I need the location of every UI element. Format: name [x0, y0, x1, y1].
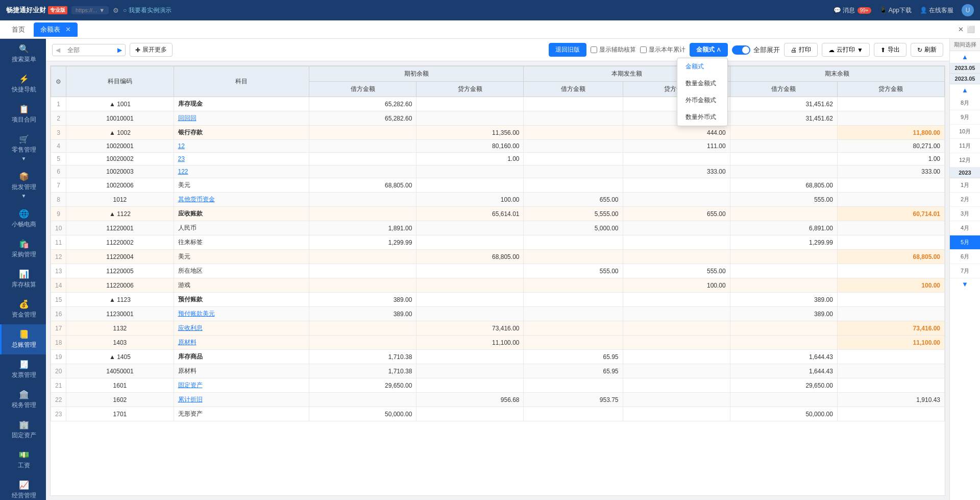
- tab-close-icon[interactable]: ✕: [65, 26, 71, 33]
- period-4[interactable]: 4月: [950, 221, 980, 235]
- payroll-icon: 💵: [19, 450, 29, 460]
- table-cell-code: 1012: [66, 193, 174, 207]
- col-gear-icon[interactable]: ⚙: [56, 78, 61, 85]
- amount-mode-btn[interactable]: 金额式 ∧: [690, 43, 728, 57]
- table-row: 21: [51, 378, 66, 393]
- table-cell-closing_credit: 1,910.43: [837, 393, 944, 407]
- sidebar-item-wholesale[interactable]: 📦 批发管理 ▼: [0, 166, 46, 204]
- sidebar-item-retail[interactable]: 🛒 零售管理 ▼: [0, 129, 46, 166]
- refresh-btn[interactable]: ↻ 刷新: [911, 43, 943, 57]
- period-nav-down[interactable]: ▼: [950, 278, 980, 290]
- show-assist-checkbox[interactable]: 显示辅助核算: [591, 45, 636, 54]
- table-cell-subject[interactable]: 122: [174, 165, 309, 178]
- period-nav-up2[interactable]: ▲: [950, 84, 980, 96]
- back-old-version-btn[interactable]: 退回旧版: [549, 43, 586, 57]
- table-cell-period_credit: [623, 293, 730, 307]
- sidebar-item-tax[interactable]: 🏛️ 税务管理: [0, 385, 46, 415]
- demo-link[interactable]: ○ 我要看实例演示: [123, 6, 172, 15]
- amount-mode-item-foreign-amount[interactable]: 外币金额式: [677, 92, 727, 109]
- period-3[interactable]: 3月: [950, 207, 980, 221]
- table-cell-subject[interactable]: 固定资产: [174, 378, 309, 393]
- tab-balance[interactable]: 余额表 ✕: [34, 22, 78, 37]
- user-avatar[interactable]: U: [962, 4, 974, 16]
- search-box: ◀ ▶: [52, 44, 126, 56]
- table-cell-opening_debit: 1,710.38: [309, 364, 416, 378]
- sidebar-item-fixed-assets[interactable]: 🏢 固定资产: [0, 415, 46, 445]
- print-btn[interactable]: 🖨 打印: [784, 43, 818, 57]
- table-cell-opening_debit: [309, 126, 416, 140]
- table-cell-closing_debit: [730, 207, 837, 221]
- amount-mode-item-qty-foreign[interactable]: 数量外币式: [677, 109, 727, 126]
- table-cell-closing_debit: 31,451.62: [730, 111, 837, 126]
- sidebar-item-operations[interactable]: 📈 经营管理: [0, 475, 46, 500]
- table-cell-closing_debit: 50,000.00: [730, 407, 837, 421]
- sidebar-item-project[interactable]: 📋 项目合同: [0, 99, 46, 129]
- table-cell-period_debit: [524, 165, 623, 178]
- table-cell-period_credit: [623, 307, 730, 321]
- period-nav-up[interactable]: ▲: [950, 51, 980, 63]
- table-cell-opening_credit: [416, 278, 524, 293]
- table-cell-subject: 所在地区: [174, 264, 309, 278]
- tab-home[interactable]: 首页: [5, 22, 32, 37]
- search-right-arrow-icon[interactable]: ▶: [114, 44, 125, 56]
- online-service[interactable]: 👤 在线客服: [920, 6, 953, 15]
- sidebar-item-payroll[interactable]: 💵 工资: [0, 445, 46, 475]
- messages[interactable]: 💬 消息 99+: [834, 6, 871, 15]
- period-10[interactable]: 10月: [950, 125, 980, 139]
- period-5[interactable]: 5月: [950, 235, 980, 250]
- table-cell-subject[interactable]: 预付账款美元: [174, 307, 309, 321]
- table-cell-opening_credit: [416, 111, 524, 126]
- expand-more-btn[interactable]: ✚ 展开更多: [130, 43, 173, 57]
- sidebar-item-finance[interactable]: 💰 资金管理: [0, 294, 46, 324]
- table-cell-subject: 库存现金: [174, 97, 309, 111]
- close-window-icon[interactable]: ✕: [958, 26, 964, 33]
- table-cell-closing_debit: 29,650.00: [730, 378, 837, 393]
- url-bar[interactable]: https://... ▼: [71, 6, 109, 14]
- export-btn[interactable]: ⬆ 导出: [874, 43, 906, 57]
- table-cell-opening_debit: 389.00: [309, 293, 416, 307]
- amount-mode-item-amount[interactable]: 金额式: [677, 58, 727, 75]
- table-row: 17: [51, 321, 66, 336]
- table-cell-opening_debit: [309, 140, 416, 153]
- table-cell-opening_debit: 1,710.38: [309, 350, 416, 364]
- table-cell-closing_debit: [730, 140, 837, 153]
- table-cell-opening_debit: [309, 264, 416, 278]
- table-cell-closing_debit: 555.00: [730, 193, 837, 207]
- sidebar-item-purchase[interactable]: 🛍️ 采购管理: [0, 234, 46, 264]
- period-1[interactable]: 1月: [950, 178, 980, 193]
- sidebar-item-ecommerce[interactable]: 🌐 小畅电商: [0, 204, 46, 234]
- period-11[interactable]: 11月: [950, 139, 980, 153]
- period-2[interactable]: 2月: [950, 193, 980, 207]
- settings-icon[interactable]: ⚙: [113, 7, 119, 14]
- table-cell-subject[interactable]: 其他货币资金: [174, 193, 309, 207]
- table-cell-code: ▲ 1002: [66, 126, 174, 140]
- sidebar-item-ledger[interactable]: 📒 总账管理: [0, 324, 46, 354]
- sidebar-item-invoice[interactable]: 🧾 发票管理: [0, 354, 46, 385]
- table-cell-subject[interactable]: 应收利息: [174, 321, 309, 336]
- table-cell-subject[interactable]: 12: [174, 140, 309, 153]
- period-7[interactable]: 7月: [950, 264, 980, 278]
- search-left-arrow-icon[interactable]: ◀: [53, 44, 63, 56]
- sidebar-item-inventory[interactable]: 📊 库存核算: [0, 264, 46, 294]
- table-cell-subject[interactable]: 回回回: [174, 111, 309, 126]
- toggle-switch[interactable]: [732, 45, 750, 55]
- app-download[interactable]: 📱 App下载: [879, 6, 912, 15]
- search-input[interactable]: [63, 44, 114, 56]
- table-cell-period_credit: [623, 321, 730, 336]
- cloud-print-btn[interactable]: ☁ 云打印 ▼: [822, 43, 870, 57]
- sidebar-item-search[interactable]: 🔍 搜索菜单: [0, 39, 46, 69]
- period-12[interactable]: 12月: [950, 153, 980, 168]
- sidebar-item-quick-nav[interactable]: ⚡ 快捷导航: [0, 69, 46, 99]
- table-cell-subject[interactable]: 23: [174, 153, 309, 165]
- period-8[interactable]: 8月: [950, 96, 980, 110]
- table-cell-subject[interactable]: 累计折旧: [174, 393, 309, 407]
- maximize-icon[interactable]: ⬜: [967, 26, 975, 33]
- period-9[interactable]: 9月: [950, 110, 980, 125]
- table-cell-subject[interactable]: 原材料: [174, 336, 309, 350]
- period-year-2023-2: 2023.05: [950, 74, 980, 84]
- amount-mode-item-qty-amount[interactable]: 数量金额式: [677, 75, 727, 92]
- table-cell-period_credit: [623, 178, 730, 193]
- table-cell-period_credit: [623, 407, 730, 421]
- period-6[interactable]: 6月: [950, 250, 980, 264]
- show-ytd-checkbox[interactable]: 显示本年累计: [640, 45, 685, 54]
